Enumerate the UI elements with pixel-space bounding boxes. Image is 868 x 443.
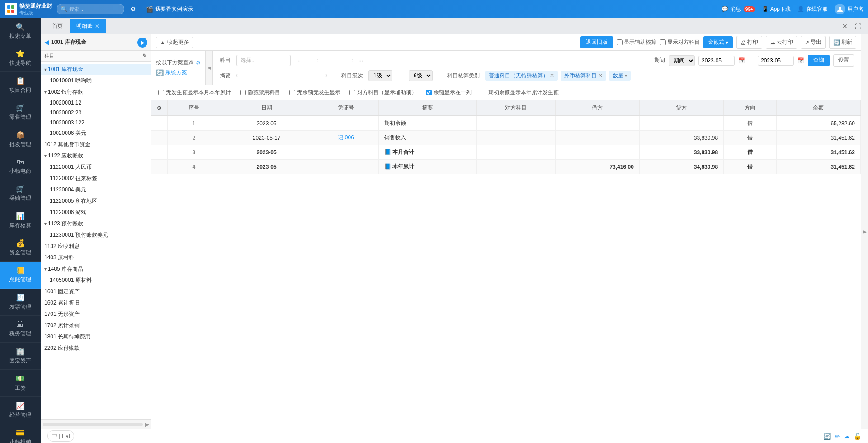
navigate-next-button[interactable]: ▶ — [137, 38, 147, 48]
filter-tag-foreign-close[interactable]: ✕ — [598, 72, 603, 79]
filter-tag-quantity-dropdown[interactable]: ▾ — [625, 73, 627, 78]
demo-link[interactable]: 🎬 我要看实例演示 — [146, 5, 193, 13]
sidebar-item-search[interactable]: 🔍 搜索菜单 — [0, 18, 41, 45]
filter-tag-normal-close[interactable]: ✕ — [550, 72, 554, 79]
tree-item-1405[interactable]: ▾ 1405 库存商品 — [41, 263, 151, 275]
show-contra-checkbox[interactable]: 显示对方科目 — [660, 38, 700, 46]
sidebar-item-tax[interactable]: 🏛 税务管理 — [0, 316, 41, 343]
tree-item-1002[interactable]: ▾ 1002 银行存款 — [41, 86, 151, 98]
tree-item-11220006[interactable]: 11220006 游戏 — [41, 207, 151, 218]
tree-item-1701[interactable]: 1701 无形资产 — [41, 309, 151, 320]
tree-item-1602[interactable]: 1602 累计折旧 — [41, 297, 151, 309]
tree-item-14050001[interactable]: 14050001 原材料 — [41, 275, 151, 286]
online-service-button[interactable]: 👤 在线客服 — [797, 5, 828, 13]
sidebar-item-ecommerce[interactable]: 🛍 小畅电商 — [0, 153, 41, 180]
sidebar-item-salary[interactable]: 💵 工资 — [0, 370, 41, 397]
tree-item-1403[interactable]: 1403 原材料 — [41, 252, 151, 263]
sidebar-item-project[interactable]: 📋 项目合同 — [0, 72, 41, 99]
style-dropdown-button[interactable]: 金额式 ▾ — [703, 36, 733, 48]
tree-item-1702[interactable]: 1702 累计摊销 — [41, 320, 151, 331]
tree-item-10020001[interactable]: 10020001 12 — [41, 98, 151, 108]
period-to-input[interactable] — [758, 56, 794, 66]
expand-more-button[interactable]: ▲ 收起更多 — [156, 37, 193, 48]
sidebar-item-operations[interactable]: 📈 经营管理 — [0, 397, 41, 424]
left-panel-scrollbar[interactable]: ▶ — [41, 419, 151, 429]
level-from-select[interactable]: 1级 — [368, 70, 392, 81]
subject-input[interactable]: 选择... — [236, 55, 291, 66]
query-plan-settings-icon[interactable]: ⚙ — [196, 60, 201, 66]
balance-in-one-checkbox[interactable]: 余额显示在一列 — [426, 89, 472, 96]
bottom-cloud-icon[interactable]: ☁ — [844, 433, 850, 440]
subject-input-2[interactable] — [317, 59, 353, 62]
top-search-bar[interactable]: 🔍 搜索... — [57, 4, 124, 14]
filter-tag-foreign[interactable]: 外币核算科目 ✕ — [561, 71, 606, 81]
panel-edit-icon[interactable]: ✎ — [142, 52, 147, 59]
user-avatar[interactable]: 用户名 — [835, 4, 863, 14]
tree-item-1012[interactable]: 1012 其他货币资金 — [41, 139, 151, 150]
opening-balance-checkbox[interactable]: 期初余额显示本年累计发生额 — [481, 89, 559, 96]
filter-tag-quantity[interactable]: 数量 ▾ — [609, 71, 631, 81]
tree-item-1132[interactable]: 1132 应收利息 — [41, 241, 151, 252]
sidebar-item-retail[interactable]: 🛒 零售管理 — [0, 99, 41, 126]
sidebar-item-sales[interactable]: 💳 小畅报销 — [0, 424, 41, 443]
back-to-old-button[interactable]: 退回旧版 — [580, 36, 613, 48]
collapse-panel-button[interactable]: ◀ — [206, 51, 213, 85]
tree-item-1001[interactable]: ▾ 1001 库存现金 — [41, 64, 151, 75]
table-header-gear[interactable]: ⚙ — [151, 100, 168, 116]
scroll-right-arrow[interactable]: ▶ — [145, 421, 151, 428]
tab-home[interactable]: 首页 — [45, 19, 70, 33]
messages-button[interactable]: 💬 消息 99+ — [722, 5, 755, 13]
sidebar-item-quick-nav[interactable]: ⭐ 快捷导航 — [0, 45, 41, 72]
plan-label[interactable]: 系统方案 — [165, 69, 187, 76]
query-button[interactable]: 查询 — [808, 55, 830, 66]
tab-close-button[interactable]: ✕ — [95, 23, 99, 29]
bottom-lock-icon[interactable]: 🔒 — [854, 433, 861, 440]
tree-item-11220002[interactable]: 11220002 往来标签 — [41, 173, 151, 184]
bottom-edit-icon[interactable]: ✏ — [835, 433, 840, 440]
plan-item[interactable]: 🔄 系统方案 — [156, 69, 201, 76]
right-collapse-panel[interactable]: ▶ — [861, 34, 868, 429]
print-button[interactable]: 🖨 打印 — [736, 36, 762, 49]
language-switch-button[interactable]: 中 | Eat — [47, 430, 74, 442]
tree-item-11220001[interactable]: 11220001 人民币 — [41, 162, 151, 173]
tree-item-1801[interactable]: 1801 长期待摊费用 — [41, 331, 151, 343]
hide-disabled-checkbox[interactable]: 隐藏禁用科目 — [240, 89, 280, 96]
refresh-button[interactable]: 🔄 刷新 — [829, 36, 856, 49]
tree-item-2202[interactable]: 2202 应付账款 — [41, 343, 151, 354]
sidebar-item-wholesale[interactable]: 📦 批发管理 — [0, 126, 41, 153]
sidebar-item-purchase[interactable]: 🛒 采购管理 — [0, 180, 41, 207]
sidebar-item-invoice[interactable]: 🧾 发票管理 — [0, 289, 41, 316]
panel-list-icon[interactable]: ≡ — [137, 52, 140, 59]
period-type-select[interactable]: 期间 — [669, 55, 695, 66]
tree-item-10020002[interactable]: 10020002 23 — [41, 108, 151, 118]
top-gear-button[interactable]: ⚙ — [127, 3, 139, 15]
tab-fullscreen-button[interactable]: ⛶ — [853, 21, 863, 32]
tree-item-10020003[interactable]: 10020003 122 — [41, 118, 151, 128]
no-balance-checkbox[interactable]: 无余额无发生显示 — [289, 89, 340, 96]
subject-selector[interactable]: ◀ 1001 库存现金 — [44, 38, 135, 46]
level-to-select[interactable]: 6级 — [409, 70, 433, 81]
voucher-link[interactable]: 记-006 — [338, 134, 354, 141]
period-from-input[interactable] — [698, 56, 735, 66]
export-button[interactable]: ↗ 导出 — [801, 36, 826, 49]
tree-item-11230001[interactable]: 11230001 预付账款美元 — [41, 229, 151, 241]
no-occurrence-checkbox[interactable]: 无发生额显示本月本年累计 — [158, 89, 231, 96]
sidebar-item-accounting[interactable]: 📒 总账管理 — [0, 262, 41, 289]
tab-ledger[interactable]: 明细账 ✕ — [70, 19, 106, 33]
cloud-print-button[interactable]: ☁ 云打印 — [766, 36, 797, 49]
tree-item-10010001[interactable]: 10010001 哟哟哟 — [41, 75, 151, 86]
tree-item-10020006[interactable]: 10020006 美元 — [41, 128, 151, 139]
tab-close-all-button[interactable]: ✕ — [840, 21, 850, 32]
app-download-button[interactable]: 📱 App下载 — [762, 5, 791, 13]
contra-account-checkbox[interactable]: 对方科目（显示辅助项） — [349, 89, 417, 96]
tree-item-1122[interactable]: ▾ 1122 应收账款 — [41, 150, 151, 162]
sidebar-item-capital[interactable]: 💰 资金管理 — [0, 234, 41, 262]
tree-item-1601[interactable]: 1601 固定资产 — [41, 286, 151, 297]
summary-input[interactable] — [236, 74, 327, 77]
tree-item-1123[interactable]: ▾ 1123 预付账款 — [41, 218, 151, 229]
sidebar-item-inventory[interactable]: 📊 库存核算 — [0, 207, 41, 234]
tree-item-11220004[interactable]: 11220004 美元 — [41, 184, 151, 195]
tree-item-11220005[interactable]: 11220005 所在地区 — [41, 195, 151, 207]
filter-tag-normal[interactable]: 普通科目（无特殊核算） ✕ — [485, 71, 558, 81]
bottom-refresh-icon[interactable]: 🔄 — [823, 433, 831, 440]
